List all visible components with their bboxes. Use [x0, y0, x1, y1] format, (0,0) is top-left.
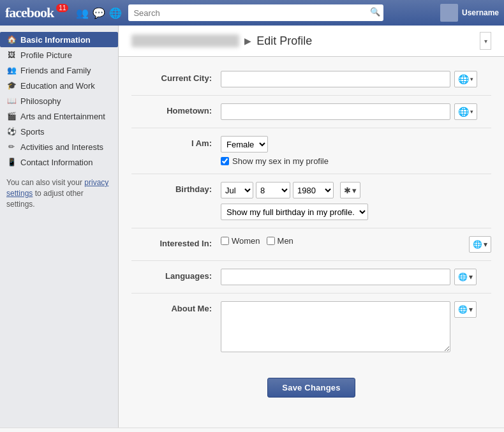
interested-in-row: Interested In: Women Men 🌐 [131, 228, 491, 261]
arts-entertainment-icon: 🎬 [6, 111, 17, 121]
birthday-selects: JanFebMarApr MayJunJulAug SepOctNovDec 1… [221, 182, 334, 198]
sidebar-item-arts-and-entertainment[interactable]: 🎬 Arts and Entertainment [0, 108, 118, 124]
search-input[interactable] [128, 4, 383, 21]
gender-select[interactable]: Female Male [221, 136, 268, 153]
women-checkbox[interactable] [221, 237, 229, 245]
current-city-privacy-button[interactable]: 🌐 ▾ [454, 71, 477, 87]
sidebar-item-sports[interactable]: ⚽ Sports [0, 124, 118, 139]
avatar[interactable] [440, 4, 458, 22]
about-me-globe-icon: 🌐 [458, 305, 468, 314]
interested-in-field: Women Men 🌐 ▾ [221, 236, 491, 253]
gender-field: Female Male Show my sex in my profile [221, 136, 491, 166]
languages-globe-icon: 🌐 [458, 272, 468, 281]
top-navigation: facebook 11 👥 💬 🌐 🔍 Username [0, 0, 504, 26]
sidebar: 🏠 Basic Information 🖼 Profile Picture 👥 … [0, 26, 118, 428]
current-city-input[interactable] [221, 71, 450, 87]
languages-input[interactable] [221, 269, 450, 285]
breadcrumb-arrow: ▶ [244, 36, 251, 46]
sidebar-label-philosophy: Philosophy [20, 96, 61, 106]
interested-caret-icon: ▾ [484, 240, 487, 249]
interested-globe-icon: 🌐 [473, 240, 482, 249]
friends-family-icon: 👥 [6, 65, 17, 75]
sidebar-label-sports: Sports [20, 127, 45, 137]
search-icon[interactable]: 🔍 [370, 7, 380, 17]
sidebar-label-activities: Activities and Interests [20, 142, 103, 152]
hometown-globe-icon: 🌐 [458, 107, 469, 117]
women-checkbox-group: Women [221, 236, 260, 246]
show-birthday-select[interactable]: Show my full birthday in my profile. Sho… [221, 204, 368, 220]
friends-nav-icon[interactable]: 👥 [76, 7, 89, 19]
save-row: Save Changes [119, 366, 504, 404]
women-label: Women [232, 236, 260, 246]
sidebar-item-profile-picture[interactable]: 🖼 Profile Picture [0, 47, 118, 63]
activities-icon: ✏ [6, 142, 17, 152]
about-me-row: About Me: 🌐 ▾ [131, 294, 491, 360]
men-checkbox[interactable] [267, 237, 275, 245]
birthday-label: Birthday: [131, 182, 221, 194]
show-sex-row: Show my sex in my profile [221, 156, 329, 166]
sidebar-note: You can also visit your privacy settings… [0, 170, 118, 212]
sidebar-label-arts-entertainment: Arts and Entertainment [20, 112, 105, 121]
birthday-privacy-button[interactable]: ✱ ▾ [340, 182, 360, 198]
birthday-gear-icon: ✱ [344, 186, 351, 195]
notification-badge[interactable]: 11 [56, 4, 68, 12]
about-me-caret-icon: ▾ [469, 305, 473, 314]
birthday-day-select[interactable]: 12345 678910 1112131415 1617181920 21222… [256, 182, 290, 198]
edit-profile-form: Current City: 🌐 ▾ Hometown: 🌐 ▾ [119, 57, 504, 366]
show-birthday-wrap: Show my full birthday in my profile. Sho… [221, 204, 368, 220]
show-sex-label: Show my sex in my profile [232, 156, 329, 166]
globe-icon: 🌐 [458, 74, 469, 84]
about-me-textarea[interactable] [221, 301, 450, 352]
sidebar-label-friends-family: Friends and Family [20, 66, 91, 75]
gender-select-wrap: Female Male [221, 136, 329, 153]
hometown-privacy-button[interactable]: 🌐 ▾ [454, 103, 477, 120]
nav-right-section: Username [440, 4, 499, 22]
about-me-field: 🌐 ▾ [221, 301, 491, 352]
birthday-year-select[interactable]: 1980198119821983 1984198519791978 [293, 182, 334, 198]
current-city-row: Current City: 🌐 ▾ [131, 63, 491, 96]
hometown-input[interactable] [221, 103, 450, 120]
sidebar-label-contact: Contact Information [20, 158, 93, 167]
header-options-button[interactable]: ▾ [480, 32, 491, 50]
sidebar-item-activities-and-interests[interactable]: ✏ Activities and Interests [0, 139, 118, 154]
birthday-fields: JanFebMarApr MayJunJulAug SepOctNovDec 1… [221, 182, 368, 220]
interested-in-options: Women Men [221, 236, 293, 246]
interested-privacy-button[interactable]: 🌐 ▾ [469, 236, 491, 253]
hometown-field: 🌐 ▾ [221, 103, 491, 120]
sidebar-label-basic-information: Basic Information [20, 35, 91, 45]
save-changes-button[interactable]: Save Changes [267, 378, 355, 398]
notifications-nav-icon[interactable]: 🌐 [109, 7, 122, 19]
sidebar-label-profile-picture: Profile Picture [20, 50, 72, 60]
birthday-selects-row: JanFebMarApr MayJunJulAug SepOctNovDec 1… [221, 182, 368, 198]
nav-username[interactable]: Username [462, 8, 499, 17]
profile-username: XXXXXXXX XXXXXXXX [131, 34, 239, 47]
about-me-privacy-button[interactable]: 🌐 ▾ [454, 301, 477, 318]
birthday-privacy-caret: ▾ [352, 186, 357, 195]
birthday-month-select[interactable]: JanFebMarApr MayJunJulAug SepOctNovDec [221, 182, 253, 198]
philosophy-icon: 📖 [6, 96, 17, 106]
current-city-label: Current City: [131, 71, 221, 83]
search-bar: 🔍 [128, 4, 383, 21]
education-work-icon: 🎓 [6, 80, 17, 91]
birthday-field: JanFebMarApr MayJunJulAug SepOctNovDec 1… [221, 182, 491, 220]
sidebar-item-contact-information[interactable]: 📱 Contact Information [0, 154, 118, 170]
hometown-label: Hometown: [131, 103, 221, 115]
content-area: XXXXXXXX XXXXXXXX ▶ Edit Profile ▾ Curre… [118, 26, 504, 428]
languages-field: 🌐 ▾ [221, 269, 491, 285]
languages-caret-icon: ▾ [469, 272, 473, 281]
profile-picture-icon: 🖼 [6, 50, 17, 60]
sidebar-item-philosophy[interactable]: 📖 Philosophy [0, 93, 118, 108]
show-sex-checkbox[interactable] [221, 157, 229, 165]
birthday-row: Birthday: JanFebMarApr MayJunJulAug SepO… [131, 174, 491, 228]
sidebar-item-basic-information[interactable]: 🏠 Basic Information [0, 32, 118, 47]
languages-label: Languages: [131, 269, 221, 281]
men-checkbox-group: Men [267, 236, 293, 246]
page-title: Edit Profile [256, 34, 312, 48]
languages-privacy-button[interactable]: 🌐 ▾ [454, 269, 477, 285]
privacy-caret-icon: ▾ [470, 76, 473, 82]
hometown-row: Hometown: 🌐 ▾ [131, 96, 491, 128]
messages-nav-icon[interactable]: 💬 [93, 7, 105, 19]
sidebar-item-education-and-work[interactable]: 🎓 Education and Work [0, 78, 118, 93]
sidebar-item-friends-and-family[interactable]: 👥 Friends and Family [0, 63, 118, 78]
about-me-label: About Me: [131, 301, 221, 313]
